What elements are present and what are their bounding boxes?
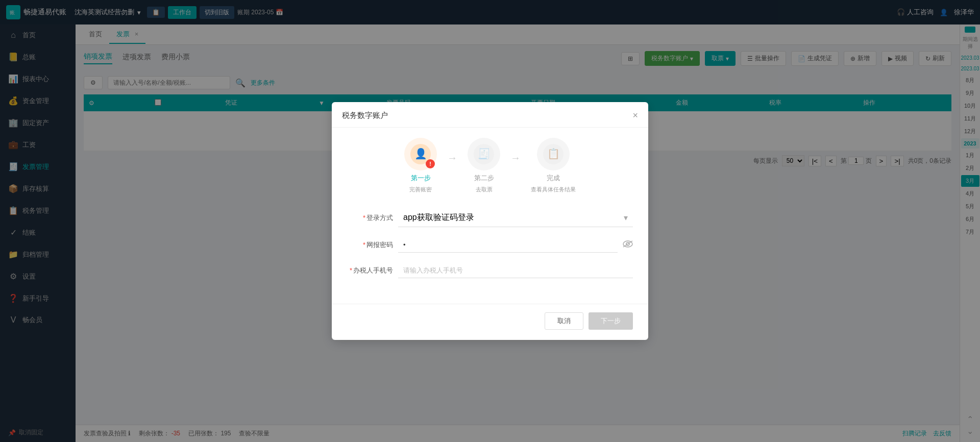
login-method-select[interactable]: app获取验证码登录 ▾ (398, 209, 633, 227)
svg-text:📋: 📋 (547, 148, 560, 160)
step-arrow-1: → (447, 152, 457, 164)
eye-toggle-icon[interactable] (623, 240, 633, 250)
step3-desc: 查看具体任务结果 (531, 186, 576, 193)
step1-badge: ! (426, 159, 435, 168)
phone-input[interactable] (398, 263, 633, 278)
form-login-method-row: *登录方式 app获取验证码登录 ▾ (347, 209, 633, 227)
step2-desc: 去取票 (476, 186, 493, 193)
step-1: 👤 ! 第一步 完善账密 (404, 138, 437, 193)
step3-icon: 📋 (537, 138, 570, 170)
modal-title: 税务数字账户 (342, 111, 388, 120)
step-2: 🧾 第二步 去取票 (468, 138, 500, 193)
step3-label: 完成 (547, 174, 560, 183)
form-password-row: *网报密码 (347, 237, 633, 253)
step1-desc: 完善账密 (409, 186, 432, 193)
step1-icon: 👤 ! (404, 138, 437, 170)
modal-body: 👤 ! 第一步 完善账密 → 🧾 第 (332, 128, 648, 304)
step-3: 📋 完成 查看具体任务结果 (531, 138, 576, 193)
modal-overlay: 税务数字账户 × 👤 ! 第一步 完善账密 → (0, 0, 980, 442)
form-phone-row: *办税人手机号 (347, 263, 633, 278)
step2-icon: 🧾 (468, 138, 500, 170)
step2-label: 第二步 (474, 174, 494, 183)
modal-tax-account: 税务数字账户 × 👤 ! 第一步 完善账密 → (332, 102, 648, 340)
login-method-value: app获取验证码登录 (403, 212, 474, 223)
modal-footer: 取消 下一步 (332, 304, 648, 340)
modal-header: 税务数字账户 × (332, 102, 648, 128)
password-label: *网报密码 (347, 240, 393, 250)
chevron-down-icon: ▾ (624, 213, 628, 223)
svg-text:🧾: 🧾 (478, 148, 491, 160)
modal-close-btn[interactable]: × (632, 110, 638, 121)
next-button[interactable]: 下一步 (589, 312, 633, 330)
steps: 👤 ! 第一步 完善账密 → 🧾 第 (347, 138, 633, 193)
step1-label: 第一步 (411, 174, 431, 183)
cancel-button[interactable]: 取消 (545, 312, 583, 330)
password-input[interactable] (398, 237, 618, 253)
step-arrow-2: → (510, 152, 521, 164)
login-method-label: *登录方式 (347, 213, 393, 223)
svg-text:👤: 👤 (414, 148, 427, 160)
phone-label: *办税人手机号 (347, 266, 393, 275)
